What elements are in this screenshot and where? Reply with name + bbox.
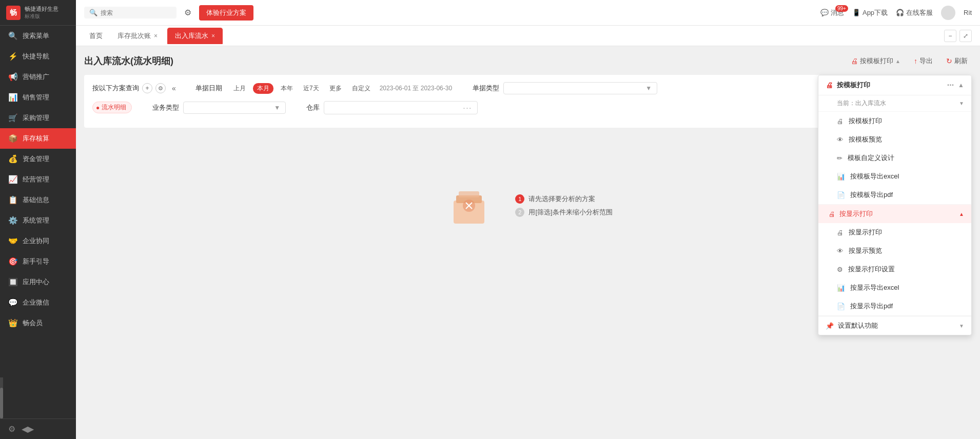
sidebar-item-marketing[interactable]: 📢 营销推广 [0,67,76,87]
online-service-button[interactable]: 🎧 在线客服 [896,8,933,17]
username: Rit [964,9,972,16]
empty-illustration [443,180,495,231]
print-icon: 🖨 [837,117,844,125]
date-last-month[interactable]: 上月 [230,83,249,94]
sidebar-item-operation[interactable]: 📈 经营管理 [0,169,76,190]
display-section-header[interactable]: 🖨 按显示打印 ▲ [818,205,971,223]
biz-type-select[interactable]: ▼ [183,102,286,114]
template-section: 🖨 按模板打印 👁 按模板预览 ✏ 模板自定义设计 📊 按模板导出excel 📄 [818,112,971,205]
target-icon: 🎯 [8,257,17,266]
more-dots-icon: ··· [463,104,473,112]
sidebar-scrollbar [0,377,3,418]
chevron-up-icon: ▲ [895,58,900,64]
search-icon: 🔍 [8,31,17,41]
app-icon: 🔲 [8,277,17,287]
sidebar-item-sales[interactable]: 📊 销售管理 [0,87,76,108]
template-export-pdf-item[interactable]: 📄 按模板导出pdf [818,186,971,204]
date-custom[interactable]: 自定义 [349,83,374,94]
sidebar-item-system[interactable]: ⚙️ 系统管理 [0,210,76,231]
page-header: 出入库流水(流水明细) 🖨 按模板打印 ▲ ↑ 导出 ↻ 刷新 [84,54,972,68]
gear-icon: ⚙️ [8,216,17,225]
refresh-button[interactable]: ↻ 刷新 [942,54,972,68]
search-icon: 🔍 [89,9,97,16]
date-range: 2023-06-01 至 2023-06-30 [380,84,452,93]
display-settings-icon: ⚙ [837,266,843,273]
dropdown-header-left: 🖨 按模板打印 [826,81,870,90]
industry-solution-button[interactable]: 体验行业方案 [199,5,253,21]
chevron-up-icon[interactable]: ▲ [958,82,964,89]
wechat-icon: 💬 [8,298,17,307]
sidebar-item-enterprise[interactable]: 🤝 企业协同 [0,231,76,251]
display-preview-item[interactable]: 👁 按显示预览 [818,242,971,260]
sidebar-item-inventory[interactable]: 📦 库存核算 [0,128,76,149]
more-options-icon[interactable]: ··· [947,81,954,90]
date-this-month[interactable]: 本月 [253,83,273,94]
display-export-excel-item[interactable]: 📊 按显示导出excel [818,278,971,297]
doc-type-label: 单据类型 [473,84,499,93]
step-2-number: 2 [515,208,524,217]
export-button[interactable]: ↑ 导出 [910,54,937,68]
crown-icon: 👑 [8,318,17,328]
topbar-search-box[interactable]: 🔍 [84,7,177,18]
design-icon: ✏ [837,154,842,162]
date-this-year[interactable]: 本年 [278,83,296,94]
tab-batch-account[interactable]: 库存批次账 × [110,28,165,44]
display-export-pdf-item[interactable]: 📄 按显示导出pdf [818,297,971,315]
sidebar-bottom: ⚙ ◀▶ [0,418,76,439]
collapse-icon[interactable]: ◀▶ [22,424,34,434]
filter-gear-button[interactable]: ⚙ [155,83,166,93]
search-input[interactable] [101,9,162,16]
page-actions: 🖨 按模板打印 ▲ ↑ 导出 ↻ 刷新 [847,54,972,68]
template-print-item[interactable]: 🖨 按模板打印 [818,112,971,130]
filter-add-button[interactable]: + [142,83,152,93]
step-1-number: 1 [515,194,524,204]
template-preview-item[interactable]: 👁 按模板预览 [818,130,971,149]
dropdown-footer[interactable]: 📌 设置默认功能 ▼ [818,316,971,335]
sidebar-item-guide[interactable]: 🎯 新手引导 [0,251,76,272]
sidebar-nav: 🔍 搜索菜单 ⚡ 快捷导航 📢 营销推广 📊 销售管理 🛒 采购管理 📦 库存核… [0,26,76,377]
warehouse-select[interactable]: ··· [324,101,478,114]
footer-left: 📌 设置默认功能 [826,321,878,330]
chart-icon: 📊 [8,93,17,102]
print-template-button[interactable]: 🖨 按模板打印 ▲ [847,54,905,68]
logo-text: 畅捷通好生意 标准版 [25,5,58,20]
settings-icon[interactable]: ⚙ [8,424,15,434]
sidebar-item-member[interactable]: 👑 畅会员 [0,313,76,333]
preview-icon: 👁 [837,136,844,144]
avatar [941,6,955,20]
template-custom-item[interactable]: ✏ 模板自定义设计 [818,149,971,167]
tab-minimize-button[interactable]: − [944,30,956,42]
sidebar-item-basic[interactable]: 📋 基础信息 [0,190,76,210]
filter-collapse-button[interactable]: « [169,83,179,93]
message-button[interactable]: 💬 消息 99+ [820,8,844,17]
display-print-settings-item[interactable]: ⚙ 按显示打印设置 [818,260,971,278]
sidebar-item-app-center[interactable]: 🔲 应用中心 [0,272,76,292]
printer-header-icon: 🖨 [826,81,833,89]
flash-icon: ⚡ [8,52,17,61]
display-print-item[interactable]: 🖨 按显示打印 [818,223,971,242]
date-7-days[interactable]: 近7天 [300,83,322,94]
sidebar-item-purchase[interactable]: 🛒 采购管理 [0,108,76,128]
template-export-excel-item[interactable]: 📊 按模板导出excel [818,167,971,186]
tab-flow-detail[interactable]: 出入库流水 × [167,28,223,44]
tab-maximize-button[interactable]: ⤢ [959,30,972,42]
filter-chip-flow[interactable]: ● 流水明细 [92,102,132,113]
display-pdf-icon: 📄 [837,303,845,310]
dropdown-panel: 🖨 按模板打印 ··· ▲ 当前：出入库流水 ▼ 🖨 按模板打印 [818,75,972,335]
sidebar-item-search[interactable]: 🔍 搜索菜单 [0,26,76,46]
topbar-gear-icon[interactable]: ⚙ [181,6,195,20]
doc-type-select[interactable]: ▼ [503,82,657,94]
sidebar-item-wechat[interactable]: 💬 企业微信 [0,292,76,313]
tab-batch-close[interactable]: × [154,32,158,39]
app-download-button[interactable]: 📱 App下载 [852,8,888,17]
tab-home[interactable]: 首页 [84,28,108,44]
search-label: 按以下方案查询 [92,84,139,93]
tab-flow-close[interactable]: × [211,32,215,39]
sidebar-item-finance[interactable]: 💰 资金管理 [0,149,76,169]
filter-chip-group: ● 流水明细 [92,102,132,113]
message-badge: 99+ [835,5,848,12]
speaker-icon: 📢 [8,72,17,82]
empty-content: 1 请先选择要分析的方案 2 用[筛选]条件来缩小分析范围 [443,180,612,231]
sidebar-item-quick-nav[interactable]: ⚡ 快捷导航 [0,46,76,67]
date-more[interactable]: 更多 [326,83,345,94]
